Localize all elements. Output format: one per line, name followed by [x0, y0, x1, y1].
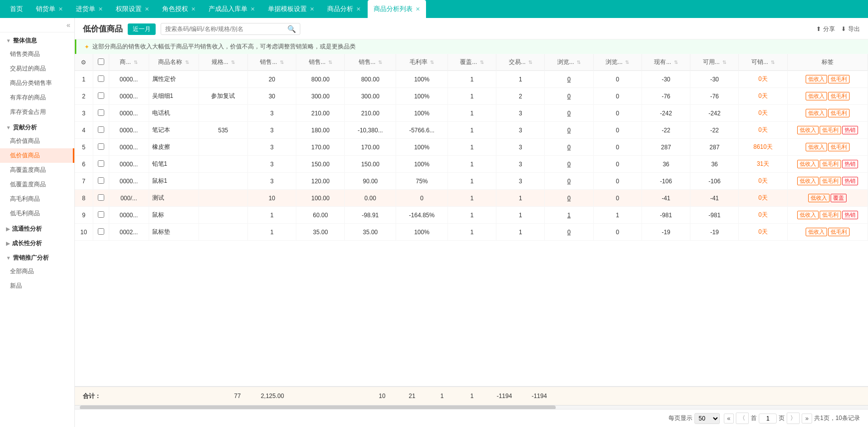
prev-page-button[interactable]: 〈	[736, 413, 749, 424]
row-checkbox[interactable]	[98, 126, 104, 133]
nav-sales[interactable]: 销货单 ✕	[30, 0, 69, 18]
views-link[interactable]: 0	[567, 127, 571, 134]
available-col-header[interactable]: 可用... ⇅	[690, 54, 739, 71]
close-icon[interactable]: ✕	[356, 6, 361, 12]
nav-home[interactable]: 首页	[4, 0, 29, 18]
row-checkbox[interactable]	[98, 160, 104, 167]
first-page-button[interactable]: «	[724, 414, 734, 424]
row-checkbox[interactable]	[98, 92, 104, 99]
nav-product-analysis[interactable]: 商品分析 ✕	[321, 0, 367, 18]
views-link[interactable]: 0	[567, 161, 571, 168]
export-button[interactable]: ⬇ 导出	[841, 25, 860, 33]
search-icon[interactable]: 🔍	[287, 25, 296, 33]
sidebar-item-traded-goods[interactable]: 交易过的商品	[0, 61, 74, 76]
row-transaction: 1	[496, 224, 545, 241]
views-link[interactable]: 0	[567, 229, 571, 236]
margin-col-header[interactable]: 毛利率 ⇅	[396, 54, 448, 71]
sidebar-collapse-button[interactable]: «	[65, 20, 71, 30]
nav-permissions[interactable]: 权限设置 ✕	[110, 0, 155, 18]
close-icon[interactable]: ✕	[145, 6, 149, 12]
share-button[interactable]: ⬆ 分享	[816, 25, 835, 33]
close-icon[interactable]: ✕	[416, 6, 420, 12]
row-tags: 低收入低毛利热销	[787, 122, 868, 139]
close-icon[interactable]: ✕	[310, 6, 314, 12]
table-wrapper[interactable]: ⚙ 商... ⇅ 商品名称 ⇅ 规格... ⇅ 销售... ⇅ 销售... ⇅ …	[75, 54, 868, 386]
row-views1[interactable]: 0	[545, 105, 593, 122]
views-link[interactable]: 0	[567, 144, 571, 151]
row-views1[interactable]: 0	[545, 156, 593, 173]
sidebar-item-high-value[interactable]: 高价值商品	[0, 134, 74, 148]
row-checkbox[interactable]	[98, 109, 104, 116]
sidebar-item-low-value[interactable]: 低价值商品	[0, 148, 74, 163]
sales-amount-col-header[interactable]: 销售... ⇅	[296, 54, 345, 71]
per-page-select[interactable]: 50 20 100	[694, 413, 720, 424]
nav-purchase[interactable]: 进货单 ✕	[70, 0, 109, 18]
row-checkbox[interactable]	[98, 194, 104, 201]
close-icon[interactable]: ✕	[250, 6, 255, 12]
row-sales-profit: -98.91	[345, 207, 396, 224]
transaction-col-header[interactable]: 交易... ⇅	[496, 54, 545, 71]
sidebar-item-sales-goods[interactable]: 销售类商品	[0, 47, 74, 61]
sidebar-group-growth[interactable]: ▶ 成长性分析	[0, 235, 74, 250]
page-number-input[interactable]	[759, 414, 777, 424]
close-icon[interactable]: ✕	[191, 6, 196, 12]
views2-col-header[interactable]: 浏览... ⇅	[593, 54, 642, 71]
sales-profit-col-header[interactable]: 销售... ⇅	[345, 54, 396, 71]
sidebar-group-overall: ▼ 整体信息	[0, 32, 74, 47]
sidebar-item-category-rate[interactable]: 商品分类销售率	[0, 76, 74, 90]
last-page-button[interactable]: »	[802, 414, 812, 424]
name-col-header[interactable]: 商品名称 ⇅	[149, 54, 199, 71]
nav-template[interactable]: 单据模板设置 ✕	[262, 0, 320, 18]
next-page-button[interactable]: 〉	[787, 413, 800, 424]
sidebar-item-low-coverage[interactable]: 低覆盖度商品	[0, 177, 74, 192]
row-checkbox[interactable]	[98, 177, 104, 184]
row-available: -22	[690, 122, 739, 139]
nav-roles[interactable]: 角色授权 ✕	[156, 0, 202, 18]
row-views1[interactable]: 0	[545, 190, 593, 207]
nav-product-analysis-list[interactable]: 商品分析列表 ✕	[368, 0, 426, 18]
row-checkbox[interactable]	[98, 143, 104, 150]
sidebar-group-marketing: ▼ 营销推广分析	[0, 250, 74, 264]
close-icon[interactable]: ✕	[58, 6, 63, 12]
sidebar-item-new-goods[interactable]: 新品	[0, 279, 74, 293]
nav-inbound[interactable]: 产成品入库单 ✕	[203, 0, 261, 18]
filter-recent-month-button[interactable]: 近一月	[128, 23, 156, 35]
scrollbar[interactable]	[75, 405, 868, 409]
settings-col-header[interactable]: ⚙	[75, 54, 93, 71]
sidebar-item-high-margin[interactable]: 高毛利商品	[0, 192, 74, 206]
views-link[interactable]: 0	[567, 110, 571, 117]
row-checkbox-cell	[93, 156, 109, 173]
row-views1[interactable]: 0	[545, 122, 593, 139]
search-input[interactable]	[165, 25, 285, 32]
views-link[interactable]: 0	[567, 76, 571, 83]
saleable-col-header[interactable]: 可销... ⇅	[739, 54, 787, 71]
spec-col-header[interactable]: 规格... ⇅	[199, 54, 247, 71]
current-stock-col-header[interactable]: 现有... ⇅	[642, 54, 690, 71]
sidebar-item-high-coverage[interactable]: 高覆盖度商品	[0, 163, 74, 177]
views-link[interactable]: 0	[567, 195, 571, 202]
code-col-header[interactable]: 商... ⇅	[109, 54, 149, 71]
row-checkbox[interactable]	[98, 228, 104, 235]
sidebar-group-liquidity[interactable]: ▶ 流通性分析	[0, 221, 74, 235]
sidebar-item-stock-capital[interactable]: 库存资金占用	[0, 105, 74, 119]
row-views1[interactable]: 0	[545, 88, 593, 105]
select-all-checkbox[interactable]	[98, 58, 104, 65]
row-checkbox[interactable]	[98, 211, 104, 218]
views-link[interactable]: 0	[567, 178, 571, 185]
close-icon[interactable]: ✕	[98, 6, 103, 12]
views1-col-header[interactable]: 浏览... ⇅	[545, 54, 593, 71]
sidebar-item-low-margin[interactable]: 低毛利商品	[0, 206, 74, 221]
row-tags: 低收入低毛利	[787, 224, 868, 241]
row-views1[interactable]: 0	[545, 139, 593, 156]
row-views1[interactable]: 0	[545, 71, 593, 88]
coverage-col-header[interactable]: 覆盖... ⇅	[447, 54, 496, 71]
row-views1[interactable]: 0	[545, 224, 593, 241]
row-views1[interactable]: 1	[545, 207, 593, 224]
views-link[interactable]: 0	[567, 93, 571, 100]
row-views1[interactable]: 0	[545, 173, 593, 190]
sidebar-item-stock-goods[interactable]: 有库存的商品	[0, 90, 74, 105]
sales-qty-col-header[interactable]: 销售... ⇅	[247, 54, 296, 71]
row-checkbox[interactable]	[98, 75, 104, 82]
sidebar-item-all-goods[interactable]: 全部商品	[0, 264, 74, 279]
views-link[interactable]: 1	[567, 212, 571, 219]
